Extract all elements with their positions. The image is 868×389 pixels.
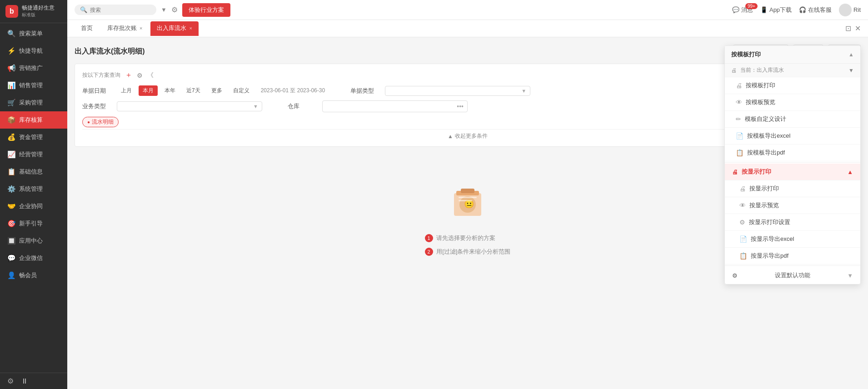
sidebar-item-label: 应用中心	[19, 237, 43, 245]
user-avatar[interactable]: Rit	[839, 4, 861, 16]
industry-btn[interactable]: 体验行业方案	[182, 3, 230, 17]
template-customize-label: 模板自定义设计	[745, 115, 786, 123]
sidebar-item-sales[interactable]: 📊 销售管理	[0, 77, 67, 94]
message-btn[interactable]: 💬 消息 99+	[732, 6, 753, 14]
dropdown-display-settings[interactable]: ⚙ 按显示打印设置	[725, 214, 860, 231]
dropdown-template-pdf[interactable]: 📋 按模板导出pdf	[725, 145, 860, 161]
gear-icon[interactable]: ⚙	[171, 5, 178, 14]
dropdown-display-print[interactable]: 🖨 按显示打印	[725, 180, 860, 197]
display-section-icon: 🖨	[732, 169, 738, 175]
tab-flow-close[interactable]: ×	[189, 25, 192, 31]
type-select[interactable]: ▼	[385, 86, 530, 96]
logo-icon: b	[5, 5, 18, 18]
sidebar-logo: b 畅捷通好生意 标准版	[0, 0, 67, 23]
filter-collapse-icon[interactable]: 《	[147, 71, 154, 80]
sidebar-item-finance[interactable]: 💰 资金管理	[0, 129, 67, 146]
preset-this-month[interactable]: 本月	[139, 85, 158, 96]
sidebar-item-inventory[interactable]: 📦 库存核算	[0, 111, 67, 129]
sidebar-item-member[interactable]: 👤 畅会员	[0, 267, 67, 284]
dropdown-display-pdf[interactable]: 📋 按显示导出pdf	[725, 248, 860, 264]
inventory-icon: 📦	[7, 116, 15, 124]
dropdown-current[interactable]: 🖨 当前：出入库流水 ▼	[725, 64, 860, 77]
warehouse-select[interactable]: •••	[322, 100, 468, 112]
member-icon: 👤	[7, 271, 15, 279]
tab-home[interactable]: 首页	[75, 21, 99, 36]
sidebar-nav: 🔍 搜索菜单 ⚡ 快捷导航 📢 营销推广 📊 销售管理 🛒 采购管理 📦 库存核…	[0, 23, 67, 373]
sidebar-item-label: 营销推广	[19, 64, 43, 72]
finance-icon: 💰	[7, 133, 15, 141]
dropdown-display-section[interactable]: 🖨 按显示打印 ▲	[725, 164, 860, 180]
business-select[interactable]: ▼	[117, 101, 262, 111]
tag-label: 流水明细	[92, 118, 114, 126]
filter-setting-icon[interactable]: ⚙	[137, 72, 143, 79]
tab-expand-icon[interactable]: ⊡	[845, 24, 851, 33]
tab-flow[interactable]: 出入库流水 ×	[150, 21, 198, 36]
display-settings-label: 按显示打印设置	[749, 218, 790, 226]
display-settings-icon: ⚙	[739, 219, 745, 226]
tab-batch-close[interactable]: ×	[140, 25, 142, 31]
app-center-icon: 🔲	[7, 237, 15, 245]
empty-tips: 1 请先选择要分析的方案 2 用[过滤]条件来缩小分析范围	[425, 232, 511, 258]
add-filter-icon[interactable]: ＋	[125, 70, 132, 80]
dropdown-template-print[interactable]: 🖨 按模板打印	[725, 77, 860, 94]
system-icon: ⚙️	[7, 185, 15, 193]
sidebar: b 畅捷通好生意 标准版 🔍 搜索菜单 ⚡ 快捷导航 📢 营销推广 📊 销售管理…	[0, 0, 67, 389]
sidebar-item-label: 系统管理	[19, 185, 43, 193]
filter-tag-流水明细[interactable]: ● 流水明细	[82, 117, 119, 127]
sidebar-toggle-icon[interactable]: ⏸	[21, 377, 28, 385]
display-excel-label: 按显示导出excel	[751, 235, 794, 243]
preset-7days[interactable]: 近7天	[182, 85, 205, 96]
sidebar-item-system[interactable]: ⚙️ 系统管理	[0, 180, 67, 198]
preset-last-month[interactable]: 上月	[117, 85, 136, 96]
sidebar-item-label: 企业协同	[19, 202, 43, 210]
template-excel-label: 按模板导出excel	[747, 132, 790, 140]
preset-more[interactable]: 更多	[207, 85, 226, 96]
tab-batch-account[interactable]: 库存批次账 ×	[101, 21, 149, 36]
preset-custom[interactable]: 自定义	[229, 85, 254, 96]
dropdown-template-excel[interactable]: 📄 按模板导出excel	[725, 128, 860, 145]
dropdown-footer[interactable]: ⚙ 设置默认功能 ▼	[725, 267, 860, 284]
search-input[interactable]	[90, 7, 145, 13]
search-bar[interactable]: 🔍	[75, 5, 156, 15]
tabs-right: ⊡ ✕	[845, 24, 861, 33]
header-right: 💬 消息 99+ 📱 App下载 🎧 在线客服 Rit	[732, 4, 861, 16]
sidebar-item-basic[interactable]: 📋 基础信息	[0, 163, 67, 180]
dropdown-display-excel[interactable]: 📄 按显示导出excel	[725, 231, 860, 248]
date-range-display: 2023-06-01 至 2023-06-30	[261, 87, 325, 95]
dropdown-divider	[725, 162, 860, 163]
sidebar-item-app-center[interactable]: 🔲 应用中心	[0, 232, 67, 249]
tip-2: 2 用[过滤]条件来缩小分析范围	[425, 246, 511, 258]
sidebar-item-search[interactable]: 🔍 搜索菜单	[0, 25, 67, 42]
current-template-icon: 🖨	[731, 67, 737, 74]
phone-icon: 📱	[760, 6, 768, 13]
sidebar-item-quick-nav[interactable]: ⚡ 快捷导航	[0, 42, 67, 60]
sidebar-item-label: 企业微信	[19, 254, 43, 262]
sidebar-item-enterprise[interactable]: 🤝 企业协同	[0, 198, 67, 215]
online-service-btn[interactable]: 🎧 在线客服	[799, 6, 832, 14]
display-print-icon: 🖨	[739, 185, 746, 192]
user-name: Rit	[853, 6, 861, 13]
sidebar-item-marketing[interactable]: 📢 营销推广	[0, 60, 67, 77]
display-preview-label: 按显示预览	[749, 201, 779, 209]
preset-this-year[interactable]: 本年	[160, 85, 180, 96]
dropdown-template-customize[interactable]: ✏ 模板自定义设计	[725, 111, 860, 128]
display-preview-icon: 👁	[739, 202, 746, 209]
dropdown-display-preview[interactable]: 👁 按显示预览	[725, 197, 860, 214]
tab-close-all-icon[interactable]: ✕	[855, 24, 861, 33]
display-pdf-label: 按显示导出pdf	[751, 252, 788, 260]
sidebar-item-wechat[interactable]: 💬 企业微信	[0, 249, 67, 267]
sidebar-item-guide[interactable]: 🎯 新手引导	[0, 215, 67, 232]
app-download-btn[interactable]: 📱 App下载	[760, 6, 792, 14]
sidebar-item-purchase[interactable]: 🛒 采购管理	[0, 94, 67, 111]
template-print-label: 按模板打印	[746, 81, 775, 90]
dropdown-up-icon: ▲	[848, 51, 854, 58]
dropdown-template-preview[interactable]: 👁 按模板预览	[725, 94, 860, 111]
quick-nav-icon: ⚡	[7, 47, 15, 55]
sidebar-item-operation[interactable]: 📈 经营管理	[0, 146, 67, 163]
display-pdf-icon: 📋	[739, 252, 747, 259]
collapse-up-icon: ▲	[448, 133, 453, 140]
chevron-down-icon[interactable]: ▼	[161, 6, 167, 13]
template-excel-icon: 📄	[736, 132, 743, 140]
app-download-label: App下载	[769, 6, 792, 14]
settings-icon[interactable]: ⚙	[7, 377, 14, 385]
